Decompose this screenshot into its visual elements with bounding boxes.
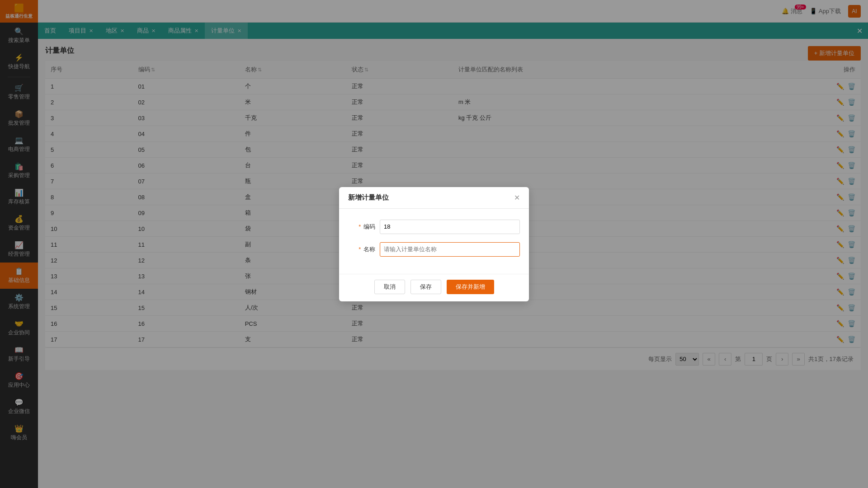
modal-title: 新增计量单位: [348, 193, 389, 202]
modal-close-button[interactable]: ✕: [514, 193, 520, 202]
form-row-code: * 编码: [348, 220, 520, 234]
code-label: * 编码: [348, 223, 375, 231]
code-input[interactable]: [380, 220, 520, 234]
required-marker-name: *: [359, 246, 361, 253]
name-input[interactable]: [380, 242, 520, 257]
modal-overlay[interactable]: 新增计量单位 ✕ * 编码 * 名称 取消 保存 保存并新增: [0, 0, 868, 488]
save-button[interactable]: 保存: [410, 280, 441, 294]
add-measure-unit-modal: 新增计量单位 ✕ * 编码 * 名称 取消 保存 保存并新增: [339, 187, 529, 301]
required-marker: *: [359, 223, 361, 230]
form-row-name: * 名称: [348, 242, 520, 257]
name-label: * 名称: [348, 245, 375, 253]
modal-footer: 取消 保存 保存并新增: [339, 274, 529, 301]
modal-header: 新增计量单位 ✕: [339, 187, 529, 209]
modal-body: * 编码 * 名称: [339, 209, 529, 274]
cancel-button[interactable]: 取消: [374, 280, 405, 294]
save-and-new-button[interactable]: 保存并新增: [447, 280, 494, 294]
